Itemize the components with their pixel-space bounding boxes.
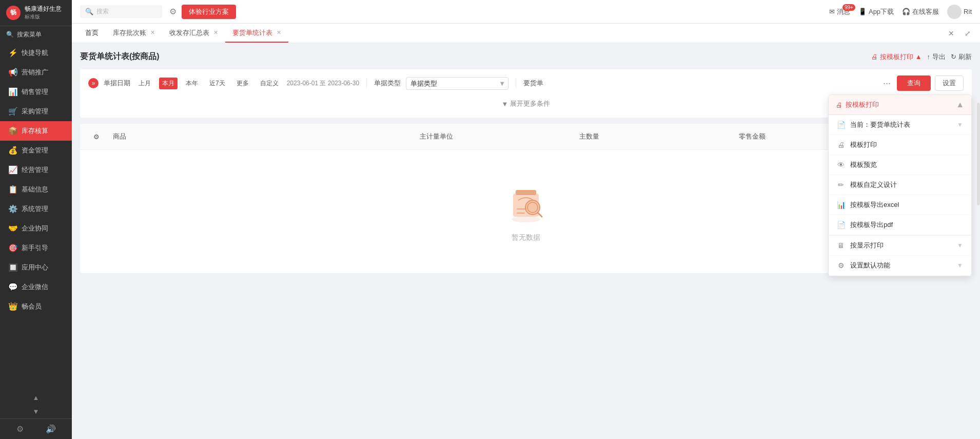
sidebar-item-label: 新手引导 <box>22 243 48 253</box>
dropdown-close-btn[interactable]: ▲ <box>956 100 964 109</box>
settings-btn[interactable]: 设置 <box>935 75 964 91</box>
more-options-btn[interactable]: ··· <box>883 78 891 89</box>
date-btn-this-month[interactable]: 本月 <box>159 78 178 89</box>
dropdown-header: 🖨 按模板打印 ▲ <box>829 95 971 115</box>
export-btn[interactable]: ↑ 导出 <box>927 52 946 62</box>
tab-expand-btn[interactable]: ⤢ <box>962 28 974 39</box>
sidebar-item-operation[interactable]: 📈 经营管理 <box>0 160 72 180</box>
topbar-search[interactable]: 🔍 搜索 <box>80 5 162 18</box>
footer-settings-icon[interactable]: ⚙ <box>16 424 24 434</box>
dropdown-current-template[interactable]: 📄 当前：要货单统计表 ▼ <box>829 115 971 135</box>
footer-sound-icon[interactable]: 🔊 <box>46 424 56 434</box>
user-avatar[interactable]: Rit <box>947 5 972 19</box>
sidebar-item-label: 基础信息 <box>22 185 48 194</box>
date-btn-7days[interactable]: 近7天 <box>206 78 228 89</box>
sidebar-item-marketing[interactable]: 📢 营销推广 <box>0 63 72 82</box>
dropdown-item-display-print[interactable]: 🖥 按显示打印 ▼ <box>829 236 971 256</box>
refresh-btn[interactable]: ↻ 刷新 <box>951 52 972 62</box>
search-icon: 🔍 <box>6 31 14 38</box>
sidebar-item-purchase[interactable]: 🛒 采购管理 <box>0 102 72 121</box>
logo-name: 畅康通好生意 <box>25 5 62 13</box>
sidebar-item-collab[interactable]: 🤝 企业协同 <box>0 219 72 238</box>
dropdown-item-template-preview[interactable]: 👁 模板预览 <box>829 155 971 175</box>
tab-inventory-batch[interactable]: 库存批次账 ✕ <box>106 24 162 43</box>
topbar-gear-icon[interactable]: ⚙ <box>169 7 177 16</box>
type-select-wrap: 单据类型 ▼ <box>406 77 508 90</box>
tab-close-receipt-summary[interactable]: ✕ <box>213 29 218 36</box>
dropdown-item-template-pdf[interactable]: 📄 按模板导出pdf <box>829 215 971 235</box>
message-btn[interactable]: ✉ 消息 99+ <box>829 7 850 16</box>
dropdown-item-template-custom[interactable]: ✏ 模板自定义设计 <box>829 175 971 195</box>
template-excel-icon: 📊 <box>837 201 845 209</box>
sidebar-scroll-up[interactable]: ▲ <box>0 391 72 405</box>
nav-icon-purchase: 🛒 <box>8 107 17 116</box>
sidebar-item-inventory[interactable]: 📦 库存核算 <box>0 121 72 141</box>
filter-divider <box>366 78 367 88</box>
goods-filter-label: 要货单 <box>523 79 543 88</box>
sidebar-nav: ⚡ 快捷导航 📢 营销推广 📊 销售管理 🛒 采购管理 📦 库存核算 💰 资金管… <box>0 43 72 391</box>
app-download-btn[interactable]: 📱 App下载 <box>858 7 894 16</box>
template-print-btn[interactable]: 🖨 按模板打印 ▲ <box>871 52 922 62</box>
right-scrollbar[interactable] <box>977 103 980 205</box>
tab-close-all-btn[interactable]: ✕ <box>945 28 957 39</box>
svg-point-0 <box>512 216 540 222</box>
empty-illustration <box>503 181 549 227</box>
sidebar-item-label: 畅会员 <box>22 302 42 311</box>
sidebar-item-apps[interactable]: 🔲 应用中心 <box>0 258 72 277</box>
sidebar-item-label: 系统管理 <box>22 204 48 214</box>
date-btn-more[interactable]: 更多 <box>233 78 252 89</box>
empty-text: 暂无数据 <box>512 233 540 242</box>
template-preview-label: 模板预览 <box>850 160 963 169</box>
tabs-right: ✕ ⤢ <box>945 28 974 39</box>
template-custom-label: 模板自定义设计 <box>850 180 963 189</box>
dropdown-item-template-excel[interactable]: 📊 按模板导出excel <box>829 195 971 215</box>
current-template-arrow: ▼ <box>957 121 963 128</box>
sidebar-logo: 畅 畅康通好生意 标准版 <box>0 0 72 26</box>
date-btn-prev-month[interactable]: 上月 <box>135 78 154 89</box>
dropdown-item-template-print[interactable]: 🖨 模板打印 <box>829 135 971 155</box>
sidebar-item-shortcut[interactable]: ⚡ 快捷导航 <box>0 43 72 63</box>
tab-close-order-stats[interactable]: ✕ <box>277 29 281 36</box>
sidebar-item-sales[interactable]: 📊 销售管理 <box>0 82 72 102</box>
template-excel-label: 按模板导出excel <box>850 200 963 209</box>
content-area: 要货单统计表(按商品) 🖨 按模板打印 ▲ ↑ 导出 ↻ 刷新 <box>72 43 980 439</box>
sidebar-scroll-down[interactable]: ▼ <box>0 405 72 418</box>
query-btn[interactable]: 查询 <box>897 75 931 91</box>
tab-order-stats[interactable]: 要货单统计表 ✕ <box>225 24 288 43</box>
sidebar-item-member[interactable]: 👑 畅会员 <box>0 297 72 316</box>
filter-expand-icon[interactable]: » <box>88 78 99 88</box>
service-btn[interactable]: 🎧 在线客服 <box>902 7 939 16</box>
nav-icon-shortcut: ⚡ <box>8 48 17 58</box>
sidebar-footer: ⚙ 🔊 <box>0 418 72 439</box>
dropdown-item-set-default[interactable]: ⚙ 设置默认功能 ▼ <box>829 256 971 276</box>
avatar-image <box>947 5 962 19</box>
date-btn-this-year[interactable]: 本年 <box>183 78 201 89</box>
th-qty: 主数量 <box>573 128 733 145</box>
nav-icon-apps: 🔲 <box>8 263 17 272</box>
tab-home[interactable]: 首页 <box>78 24 106 43</box>
nav-icon-wechat: 💬 <box>8 282 17 292</box>
industry-btn[interactable]: 体验行业方案 <box>182 5 236 19</box>
svg-rect-2 <box>516 190 536 195</box>
sidebar-item-wechat[interactable]: 💬 企业微信 <box>0 277 72 297</box>
sidebar-item-label: 企业微信 <box>22 282 48 292</box>
service-icon: 🎧 <box>902 8 910 15</box>
sidebar-search[interactable]: 🔍 搜索菜单 <box>0 26 72 43</box>
sidebar-item-label: 应用中心 <box>22 263 48 272</box>
chevron-down-icon: ▼ <box>502 100 508 108</box>
tab-receipt-summary[interactable]: 收发存汇总表 ✕ <box>162 24 225 43</box>
sidebar-item-system[interactable]: ⚙️ 系统管理 <box>0 199 72 219</box>
page-actions: 🖨 按模板打印 ▲ ↑ 导出 ↻ 刷新 <box>871 52 972 62</box>
th-settings[interactable]: ⚙ <box>86 129 107 145</box>
type-select[interactable]: 单据类型 <box>406 77 508 90</box>
template-pdf-label: 按模板导出pdf <box>850 220 963 230</box>
nav-icon-inventory: 📦 <box>8 126 17 136</box>
sidebar-item-newbie[interactable]: 🎯 新手引导 <box>0 238 72 258</box>
sidebar-item-finance[interactable]: 💰 资金管理 <box>0 141 72 160</box>
logo-badge: 标准版 <box>25 13 62 21</box>
sidebar-item-basic[interactable]: 📋 基础信息 <box>0 180 72 199</box>
tab-close-inventory-batch[interactable]: ✕ <box>150 29 155 36</box>
date-btn-custom[interactable]: 自定义 <box>257 78 282 89</box>
dropdown-section: 🖥 按显示打印 ▼ ⚙ 设置默认功能 ▼ <box>829 235 971 276</box>
sidebar-item-label: 快捷导航 <box>22 48 48 58</box>
